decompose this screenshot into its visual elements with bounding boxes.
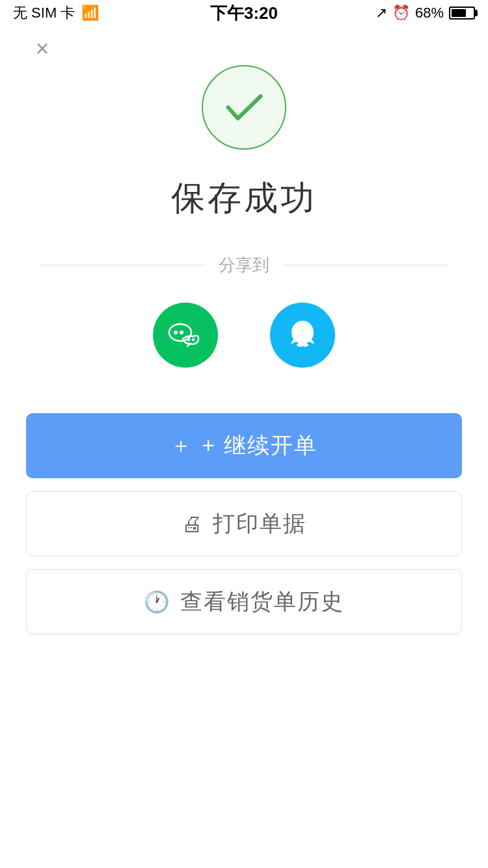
print-label: 打印单据: [213, 509, 306, 539]
close-icon: ×: [35, 37, 49, 61]
action-buttons: ＋ + 继续开单 🖨 打印单据 🕐 查看销货单历史: [0, 413, 488, 634]
history-icon: 🕐: [144, 590, 170, 614]
history-button[interactable]: 🕐 查看销货单历史: [26, 569, 462, 634]
checkmark-icon: [223, 91, 265, 124]
success-icon-circle: [202, 65, 286, 150]
wechat-icon: [166, 316, 205, 355]
qq-icon: [284, 317, 321, 353]
alarm-icon: ⏰: [392, 5, 410, 21]
continue-order-label: + 继续开单: [202, 431, 317, 461]
continue-order-button[interactable]: ＋ + 继续开单: [26, 413, 462, 478]
svg-point-3: [187, 338, 190, 341]
svg-point-2: [180, 331, 183, 334]
divider-line-right: [282, 265, 449, 265]
close-button[interactable]: ×: [26, 33, 59, 65]
battery-icon: [449, 7, 475, 20]
wifi-icon: 📶: [81, 5, 99, 21]
svg-rect-7: [299, 344, 306, 346]
status-time: 下午3:20: [210, 2, 278, 25]
location-icon: ↗: [375, 5, 387, 21]
divider-line-left: [39, 265, 206, 265]
plus-icon: ＋: [170, 431, 191, 460]
main-content: 保存成功 分享到: [0, 26, 488, 634]
battery-percent: 68%: [415, 5, 444, 21]
status-bar: 无 SIM 卡 📶 下午3:20 ↗ ⏰ 68%: [0, 0, 488, 26]
wechat-share-button[interactable]: [153, 303, 218, 368]
share-label: 分享到: [206, 254, 282, 277]
svg-point-1: [174, 331, 178, 334]
status-right: ↗ ⏰ 68%: [375, 5, 475, 21]
print-icon: 🖨: [182, 512, 202, 536]
share-icons-row: [153, 303, 335, 368]
sim-status: 无 SIM 卡: [13, 3, 75, 23]
status-left: 无 SIM 卡 📶: [13, 3, 99, 23]
share-divider: 分享到: [0, 254, 488, 277]
svg-point-4: [192, 338, 195, 341]
print-button[interactable]: 🖨 打印单据: [26, 491, 462, 556]
success-title: 保存成功: [171, 176, 317, 221]
qq-share-button[interactable]: [270, 303, 335, 368]
history-label: 查看销货单历史: [180, 587, 344, 617]
